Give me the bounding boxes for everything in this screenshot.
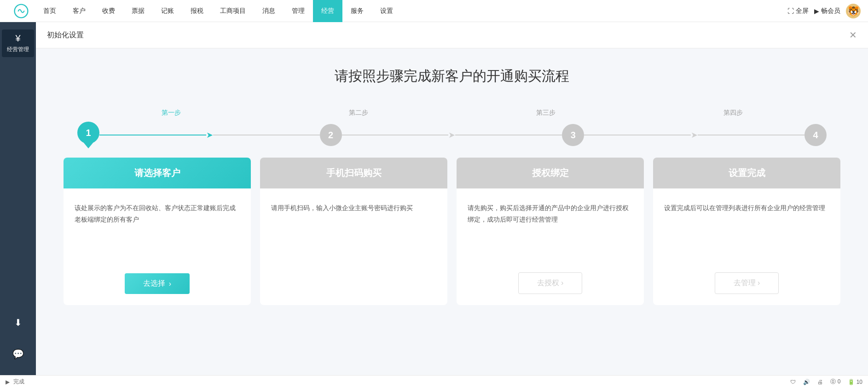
card-4-body: 设置完成后可以在管理列表进行所有企业用户的经营管理 [653, 188, 840, 265]
step-label-1: 第一步 [77, 109, 265, 122]
card-3-body: 请先购买，购买后选择开通的产品中的企业用户进行授权绑定，成功后即可进行经营管理 [457, 188, 644, 265]
nav-account[interactable]: 记账 [153, 0, 182, 22]
step-label-2: 第二步 [265, 109, 452, 122]
step-card-2: 手机扫码购买 请用手机扫码，输入小微企业主账号密码进行购买 [260, 158, 447, 305]
download-icon: ⬇ [14, 317, 22, 328]
step-label-4: 第四步 [639, 109, 827, 122]
step-pointer-1 [84, 143, 93, 148]
nav-message[interactable]: 消息 [254, 0, 284, 22]
vip-btn[interactable]: ▶ 畅会员 [814, 7, 840, 15]
connector-arrow-3: ➤ [691, 131, 698, 139]
step-circle-2: 2 [320, 124, 342, 146]
connector-line-3 [342, 135, 449, 135]
main-content: 初始化设置 ✕ 请按照步骤完成新客户的开通购买流程 第一步 第二步 第三步 第四… [36, 22, 868, 375]
nav-home[interactable]: 首页 [35, 0, 64, 22]
card-3-footer: 去授权 › [457, 265, 644, 305]
step-label-3: 第三步 [452, 109, 639, 122]
step-card-4: 设置完成 设置完成后可以在管理列表进行所有企业用户的经营管理 去管理 › [653, 158, 840, 305]
nav-fee[interactable]: 收费 [94, 0, 123, 22]
main-heading: 请按照步骤完成新客户的开通购买流程 [64, 67, 840, 86]
fullscreen-btn[interactable]: ⛶ 全屏 [787, 7, 809, 15]
step-3-label: 第三步 [536, 109, 556, 117]
content-area: 请按照步骤完成新客户的开通购买流程 第一步 第二步 第三步 第四步 1 [36, 48, 868, 323]
nav-settings[interactable]: 设置 [372, 0, 401, 22]
printer-icon: 🖨 [817, 379, 823, 385]
connector-arrow-1: ➤ [206, 131, 213, 139]
connector-row: 1 ➤ 2 ➤ 3 ➤ 4 [64, 122, 840, 148]
top-nav: 首页 客户 收费 票据 记账 报税 工商项目 消息 管理 经营 服务 设置 ⛶ … [0, 0, 868, 22]
step-3-btn-label: 去授权 › [537, 278, 564, 288]
fullscreen-label: 全屏 [796, 7, 809, 15]
sidebar-item-operation[interactable]: ¥ 经营管理 [2, 29, 34, 57]
close-button[interactable]: ✕ [849, 29, 857, 41]
step-1-btn-label: 去选择 [143, 279, 165, 288]
step-circle-1: 1 [77, 122, 99, 144]
play-status-icon: ▶ [6, 379, 10, 385]
nav-business[interactable]: 工商项目 [212, 0, 254, 22]
nav-service[interactable]: 服务 [342, 0, 372, 22]
step-circle-4: 4 [804, 124, 827, 146]
connector-line-5 [584, 135, 691, 135]
connector-arrow-2: ➤ [448, 131, 455, 139]
connector-line-4 [455, 135, 562, 135]
sidebar: ¥ 经营管理 ⬇ 💬 [0, 22, 36, 375]
connector-line-2 [213, 135, 320, 135]
nav-tax[interactable]: 报税 [182, 0, 212, 22]
status-bar-right: 🛡 🔊 🖨 ⓪ 0 🔋 10 [790, 378, 862, 386]
step-circle-3: 3 [562, 124, 584, 146]
step-3-action-btn[interactable]: 去授权 › [518, 272, 583, 294]
shield-icon: 🛡 [790, 379, 796, 385]
step-4-label: 第四步 [723, 109, 743, 117]
card-4-footer: 去管理 › [653, 265, 840, 305]
card-2-body: 请用手机扫码，输入小微企业主账号密码进行购买 [260, 188, 447, 287]
nav-bill[interactable]: 票据 [123, 0, 153, 22]
nav-operation[interactable]: 经营 [313, 0, 342, 22]
card-2-header: 手机扫码购买 [260, 158, 447, 188]
fullscreen-icon: ⛶ [787, 7, 794, 15]
sidebar-download[interactable]: ⬇ [2, 309, 34, 336]
card-1-body: 该处展示的客户为不在回收站、客户状态正常建账后完成老板端绑定的所有客户 [64, 188, 251, 266]
vip-label: 畅会员 [821, 7, 840, 15]
status-count: ⓪ 0 [830, 378, 840, 386]
card-1-header: 请选择客户 [64, 158, 251, 188]
battery-icon: 🔋 10 [848, 379, 862, 385]
nav-manage[interactable]: 管理 [284, 0, 313, 22]
sidebar-support[interactable]: 💬 [2, 340, 34, 368]
play-icon: ▶ [814, 7, 819, 15]
nav-items: 首页 客户 收费 票据 记账 报税 工商项目 消息 管理 经营 服务 设置 [35, 0, 787, 22]
connector-line-6 [698, 135, 804, 135]
step-4-action-btn[interactable]: 去管理 › [715, 272, 779, 294]
yen-icon: ¥ [15, 33, 20, 44]
step-1-btn-arrow: › [169, 280, 171, 288]
volume-icon: 🔊 [803, 379, 810, 385]
cards-container: 请选择客户 该处展示的客户为不在回收站、客户状态正常建账后完成老板端绑定的所有客… [64, 158, 840, 305]
step-card-3: 授权绑定 请先购买，购买后选择开通的产品中的企业用户进行授权绑定，成功后即可进行… [457, 158, 644, 305]
step-2-label: 第二步 [349, 109, 368, 117]
step-1-label: 第一步 [162, 109, 181, 117]
sidebar-bottom: ⬇ 💬 [2, 309, 34, 375]
card-2-footer [260, 287, 447, 305]
sidebar-item-label: 经营管理 [7, 46, 29, 53]
nav-customer[interactable]: 客户 [64, 0, 94, 22]
app-logo [7, 4, 35, 18]
card-4-header: 设置完成 [653, 158, 840, 188]
status-bar: ▶ 完成 🛡 🔊 🖨 ⓪ 0 🔋 10 [0, 375, 868, 388]
connector-line-1 [99, 135, 206, 135]
status-label: 完成 [13, 378, 24, 386]
nav-right: ⛶ 全屏 ▶ 畅会员 🐯 [787, 4, 861, 18]
avatar[interactable]: 🐯 [846, 4, 861, 18]
step-labels-row: 第一步 第二步 第三步 第四步 [64, 109, 840, 122]
chat-icon: 💬 [12, 348, 24, 359]
step-card-1: 请选择客户 该处展示的客户为不在回收站、客户状态正常建账后完成老板端绑定的所有客… [64, 158, 251, 305]
page-header: 初始化设置 ✕ [36, 22, 868, 48]
step-4-btn-label: 去管理 › [734, 278, 760, 288]
step-1-action-btn[interactable]: 去选择 › [125, 273, 190, 294]
page-title: 初始化设置 [47, 30, 84, 40]
card-3-header: 授权绑定 [457, 158, 644, 188]
card-1-footer: 去选择 › [64, 266, 251, 305]
